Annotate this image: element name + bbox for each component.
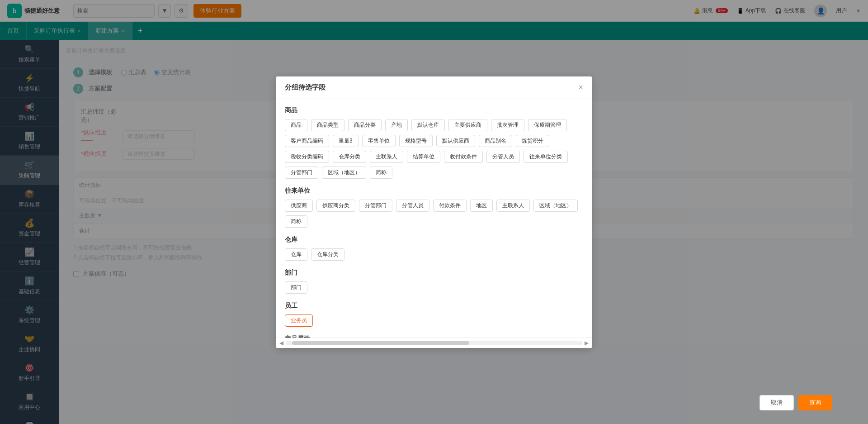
field-tag-expiry-mgmt[interactable]: 保质期管理 <box>528 119 567 131</box>
section-partner-title: 往来单位 <box>285 187 583 195</box>
field-tag-partner-short[interactable]: 简称 <box>285 215 307 228</box>
cancel-button[interactable]: 取消 <box>760 395 794 410</box>
field-tag-region[interactable]: 区域（地区） <box>322 167 366 179</box>
modal-footer-buttons: 取消 查询 <box>760 395 832 410</box>
warehouse-field-tags: 仓库 仓库分类 <box>285 248 583 261</box>
modal-title: 分组待选字段 <box>285 83 326 92</box>
field-tag-supplier[interactable]: 供应商 <box>285 200 313 212</box>
modal-hscroll-track[interactable] <box>286 341 582 345</box>
field-tag-pay-terms[interactable]: 付款条件 <box>433 200 467 212</box>
section-dept: 部门 部门 <box>285 269 583 294</box>
field-tag-warehouse[interactable]: 仓库 <box>285 248 307 261</box>
section-dept-title: 部门 <box>285 269 583 277</box>
section-warehouse-title: 仓库 <box>285 236 583 244</box>
section-goods: 商品 商品 商品类型 商品分类 产地 默认仓库 主要供应商 批次管理 保质期管理… <box>285 106 583 179</box>
field-tag-partner-dept[interactable]: 分管部门 <box>359 200 392 212</box>
field-tag-goods-alias[interactable]: 商品别名 <box>479 135 512 147</box>
field-tag-refine-points[interactable]: 炼货积分 <box>516 135 549 147</box>
field-tag-weight3[interactable]: 重量3 <box>333 135 359 147</box>
field-tag-payment-terms[interactable]: 收付款条件 <box>444 151 483 163</box>
field-tag-spec-model[interactable]: 规格型号 <box>399 135 433 147</box>
field-tag-settlement-unit[interactable]: 结算单位 <box>407 151 440 163</box>
field-select-modal: 分组待选字段 × 商品 商品 商品类型 商品分类 产地 默认仓库 主要供应商 批… <box>276 76 592 348</box>
modal-header: 分组待选字段 × <box>276 76 592 99</box>
field-tag-main-contact[interactable]: 主联系人 <box>370 151 403 163</box>
section-staff-title: 员工 <box>285 302 583 310</box>
field-tag-partner-category[interactable]: 往来单位分类 <box>524 151 568 163</box>
goods-field-tags: 商品 商品类型 商品分类 产地 默认仓库 主要供应商 批次管理 保质期管理 客户… <box>285 119 583 179</box>
field-tag-default-warehouse[interactable]: 默认仓库 <box>411 119 445 131</box>
section-partner: 往来单位 供应商 供应商分类 分管部门 分管人员 付款条件 地区 主联系人 区域… <box>285 187 583 228</box>
field-tag-area[interactable]: 地区 <box>470 200 493 212</box>
field-tag-partner-supervisor[interactable]: 分管人员 <box>396 200 429 212</box>
field-tag-batch-mgmt[interactable]: 批次管理 <box>491 119 524 131</box>
field-tag-partner-region[interactable]: 区域（地区） <box>533 200 578 212</box>
modal-close-btn[interactable]: × <box>578 83 583 92</box>
field-tag-default-supplier[interactable]: 默认供应商 <box>436 135 475 147</box>
field-tag-goods-category[interactable]: 商品分类 <box>348 119 382 131</box>
confirm-button[interactable]: 查询 <box>798 395 832 410</box>
modal-overlay: 分组待选字段 × 商品 商品 商品类型 商品分类 产地 默认仓库 主要供应商 批… <box>0 0 868 424</box>
field-tag-origin[interactable]: 产地 <box>385 119 408 131</box>
field-tag-warehouse-cat[interactable]: 仓库分类 <box>311 248 344 261</box>
field-tag-goods[interactable]: 商品 <box>285 119 307 131</box>
field-tag-supervisor[interactable]: 分管人员 <box>486 151 520 163</box>
field-tag-department[interactable]: 部门 <box>285 281 307 294</box>
field-tag-short-name[interactable]: 简称 <box>370 167 392 179</box>
modal-body[interactable]: 商品 商品 商品类型 商品分类 产地 默认仓库 主要供应商 批次管理 保质期管理… <box>276 99 592 338</box>
field-tag-goods-type[interactable]: 商品类型 <box>311 119 344 131</box>
dept-field-tags: 部门 <box>285 281 583 294</box>
field-tag-dept[interactable]: 分管部门 <box>285 167 318 179</box>
scroll-right-arrow[interactable]: ▶ <box>585 340 589 346</box>
partner-field-tags: 供应商 供应商分类 分管部门 分管人员 付款条件 地区 主联系人 区域（地区） … <box>285 200 583 228</box>
modal-scroll-wrapper: ◀ ▶ <box>276 338 592 348</box>
section-staff: 员工 业务员 <box>285 302 583 327</box>
field-tag-customer-code[interactable]: 客户商品编码 <box>285 135 329 147</box>
field-tag-supplier-category[interactable]: 供应商分类 <box>316 200 355 212</box>
field-tag-warehouse-category[interactable]: 仓库分类 <box>333 151 366 163</box>
field-tag-tax-code[interactable]: 税收分类编码 <box>285 151 329 163</box>
field-tag-salesperson[interactable]: 业务员 <box>285 314 313 327</box>
section-warehouse: 仓库 仓库 仓库分类 <box>285 236 583 261</box>
scroll-left-arrow[interactable]: ◀ <box>279 340 283 346</box>
field-tag-retail-unit[interactable]: 零售单位 <box>362 135 396 147</box>
section-goods-title: 商品 <box>285 106 583 114</box>
field-tag-partner-contact[interactable]: 主联系人 <box>496 200 530 212</box>
staff-field-tags: 业务员 <box>285 314 583 327</box>
field-tag-main-supplier[interactable]: 主要供应商 <box>448 119 487 131</box>
modal-hscroll-thumb <box>292 341 469 345</box>
